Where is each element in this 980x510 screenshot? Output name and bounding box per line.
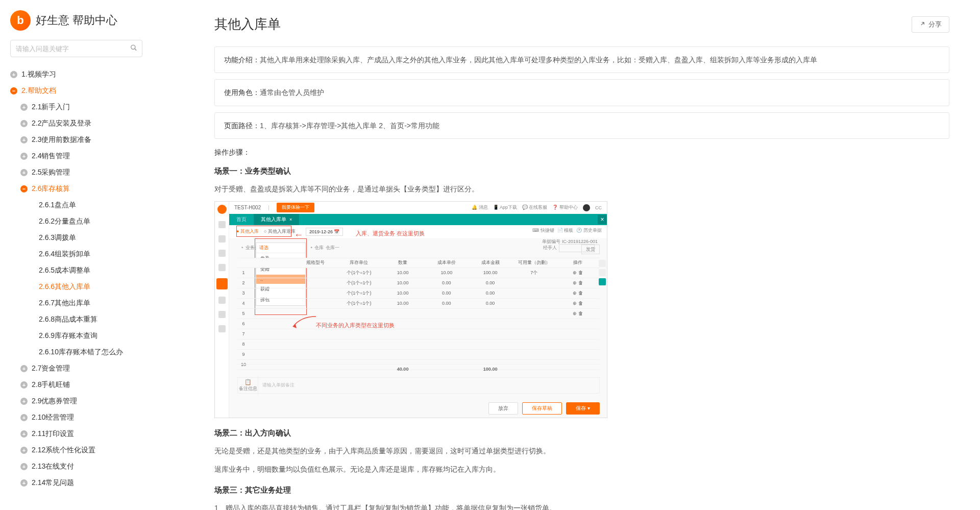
ss-totals-row: 40.00100.00 [237,364,600,372]
nav-2-6-8[interactable]: 2.6.8商品成本重算 [10,311,142,328]
ss-company: TEST-H002 [234,205,261,210]
collapse-icon: − [20,185,28,192]
brand-logo: b [10,10,31,31]
expand-icon: + [10,71,17,78]
search-box [10,40,142,57]
ss-nav-icon [218,325,226,332]
ss-draft-btn: 保存草稿 [522,402,562,415]
role-label: 使用角色： [224,88,260,96]
search-input[interactable] [10,40,142,57]
nav-2-5[interactable]: +2.5采购管理 [10,164,142,181]
nav-2-6-4[interactable]: 2.6.4组装拆卸单 [10,246,142,262]
expand-icon: + [20,136,28,143]
scene1-title: 场景一：业务类型确认 [214,166,949,176]
nav-2-2[interactable]: +2.2产品安装及登录 [10,115,142,132]
nav-2-12[interactable]: +2.12系统个性化设置 [10,442,142,458]
path-label: 页面路径： [224,122,260,130]
annotation-box-1 [236,226,291,237]
share-button[interactable]: 分享 [912,16,949,33]
nav-2-8[interactable]: +2.8手机旺铺 [10,377,142,393]
nav-2-6-5[interactable]: 2.6.5成本调整单 [10,262,142,279]
ss-date: 2019-12-26 📅 [306,228,344,236]
nav-2-11[interactable]: +2.11打印设置 [10,426,142,442]
scene2-text1: 无论是受赠，还是其他类型的业务，由于入库商品质量等原因，需要退回，这时可通过单据… [214,444,949,458]
ss-remark-box: 备注信息 请输入单据备注 [237,377,600,394]
nav-2-1[interactable]: +2.1新手入门 [10,99,142,115]
intro-label: 功能介绍： [224,56,260,64]
nav-2-9[interactable]: +2.9优惠券管理 [10,393,142,409]
table-row: 3个(1个=1个)10.000.000.00⊕ 🗑 [237,288,600,299]
role-box: 使用角色：通常由仓管人员维护 [214,79,949,106]
ss-nav-icon-active [216,278,228,289]
scene2-text2: 退库业务中，明细数量均以负值红色展示。无论是入库还是退库，库存账均记在入库方向。 [214,463,949,476]
nav-2-6-10[interactable]: 2.6.10库存账本错了怎么办 [10,344,142,360]
nav-2-7[interactable]: +2.7资金管理 [10,360,142,377]
nav-2-10[interactable]: +2.10经营管理 [10,409,142,426]
nav-2-6-7[interactable]: 2.6.7其他出库单 [10,295,142,311]
path-box: 页面路径：1、库存核算->库存管理->其他入库单 2、首页->常用功能 [214,112,949,139]
ss-save-btn: 保存 ▾ [566,402,600,415]
expand-icon: + [20,398,28,405]
ss-nav-icon [218,235,226,242]
ss-tabs: 首页 其他入库单× × [229,214,607,225]
ss-link: 💬 在线客服 [522,204,548,211]
brand-row: b 好生意 帮助中心 [10,10,142,31]
ss-trial-btn: 我要体验一下 [277,203,314,212]
scene3-title: 场景三：其它业务处理 [214,485,949,495]
nav-2-6-1[interactable]: 2.6.1盘点单 [10,197,142,213]
nav-2-4[interactable]: +2.4销售管理 [10,148,142,164]
nav-2-14[interactable]: +2.14常见问题 [10,475,142,491]
nav-2-13[interactable]: +2.13在线支付 [10,458,142,475]
page-title: 其他入库单 [214,15,281,33]
expand-icon: + [20,153,28,160]
nav-2-6[interactable]: −2.6库存核算 [10,181,142,197]
expand-icon: + [20,169,28,176]
ss-footer: 放弃 保存草稿 保存 ▾ [229,399,607,418]
steps-heading: 操作步骤： [214,148,949,157]
ss-link: 📱 App下载 [493,204,517,211]
ss-dd-selected: 请选 [256,243,305,253]
ss-topbar: TEST-H002 | 我要体验一下 🔔 消息 📱 App下载 💬 在线客服 ❓… [229,202,607,214]
ss-tab-home: 首页 [229,214,254,225]
nav-video[interactable]: +1.视频学习 [10,66,142,83]
ss-nav-icon [218,297,226,304]
scene1-text: 对于受赠、盘盈或是拆装入库等不同的业务，是通过单据头【业务类型】进行区分。 [214,182,949,196]
path-text: 1、库存核算->库存管理->其他入库单 2、首页->常用功能 [260,122,439,130]
annotation-text-2: 不同业务的入库类型在这里切换 [316,322,395,329]
nav-2-3[interactable]: +2.3使用前数据准备 [10,132,142,148]
scene3-text1: 1、赠品入库的商品直接转为销售。通过工具栏【复制/复制为销货单】功能，将单据信息… [214,501,949,510]
ss-toolbar-links: ⌨ 快捷键 📄 模板 🕐 历史单据 [532,227,602,234]
search-icon[interactable] [130,44,137,53]
expand-icon: + [20,447,28,454]
ss-avatar-icon [583,204,590,211]
table-row: 2个(1个=1个)10.000.000.00⊕ 🗑 [237,278,600,288]
table-row: 7 [237,329,600,339]
ss-remark-label: 备注信息 [238,376,258,395]
close-icon: × [289,217,292,222]
svg-line-1 [135,48,137,51]
expand-icon: + [20,365,28,372]
ss-nav-icon [218,264,226,271]
ss-link: ❓ 帮助中心 [552,204,578,211]
nav-docs[interactable]: −2.帮助文档 [10,83,142,99]
table-row: 9 [237,350,600,360]
nav-tree: +1.视频学习 −2.帮助文档 +2.1新手入门 +2.2产品安装及登录 +2.… [10,66,142,491]
ss-close-all-icon: × [598,215,607,224]
ss-sidebar [215,202,229,418]
brand-name: 好生意 帮助中心 [36,13,117,28]
embedded-screenshot: TEST-H002 | 我要体验一下 🔔 消息 📱 App下载 💬 在线客服 ❓… [214,201,607,418]
scene2-title: 场景二：出入方向确认 [214,428,949,438]
expand-icon: + [20,430,28,438]
ss-tab-active: 其他入库单× [254,214,299,225]
nav-2-6-2[interactable]: 2.6.2分量盘点单 [10,213,142,230]
nav-2-6-6[interactable]: 2.6.6其他入库单 [10,279,142,295]
ss-nav-icon [218,221,226,228]
expand-icon: + [20,120,28,127]
ss-table-header: 规格型号库存单位数量成本单价成本金额可用量（勿删）操作 [237,258,600,268]
nav-2-6-9[interactable]: 2.6.9库存账本查询 [10,328,142,344]
ss-filter-wh: *仓库 仓库一 [311,245,340,251]
ss-remark-input: 请输入单据备注 [258,382,599,388]
intro-text: 其他入库单用来处理除采购入库、产成品入库之外的其他入库业务，因此其他入库单可处理… [260,56,817,64]
svg-point-0 [131,45,135,49]
nav-2-6-3[interactable]: 2.6.3调拨单 [10,230,142,246]
